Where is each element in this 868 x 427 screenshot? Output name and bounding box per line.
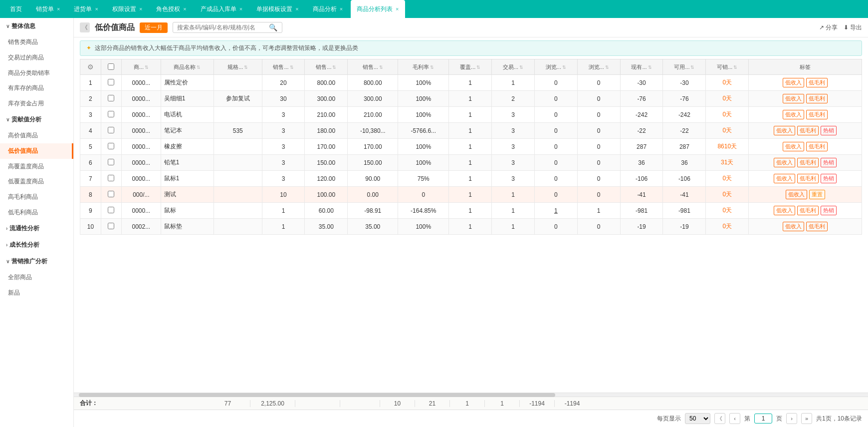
row-checkbox[interactable] [108,95,114,101]
row-checkbox[interactable] [108,175,114,181]
th-trade[interactable]: 交易...⇅ [492,59,535,75]
th-margin[interactable]: 毛利率⇅ [398,59,449,75]
page-size-select[interactable]: 50 100 200 [685,413,710,424]
th-sales-qty[interactable]: 销售...⇅ [262,59,305,75]
td-check[interactable] [101,171,121,187]
th-browse2[interactable]: 浏览...⇅ [577,59,620,75]
sidebar-item-high-value[interactable]: 高价值商品 [0,128,73,143]
td-check[interactable] [101,107,121,123]
sidebar-group-overall[interactable]: ∨ 整体信息 [0,18,73,34]
row-checkbox[interactable] [108,207,114,213]
prev-page-button[interactable]: ‹ [729,413,740,424]
td-check[interactable] [101,219,121,235]
row-checkbox[interactable] [108,111,114,117]
sidebar-item-stocked-products[interactable]: 有库存的商品 [0,80,73,96]
th-avail[interactable]: 可用...⇅ [663,59,706,75]
row-checkbox[interactable] [108,79,114,85]
sidebar-item-high-margin[interactable]: 高毛利商品 [0,189,73,205]
row-checkbox[interactable] [108,191,114,197]
gear-icon[interactable]: ⚙ [87,63,94,71]
td-browse1[interactable]: 0 [534,91,577,107]
horizontal-scrollbar[interactable] [74,393,868,397]
row-checkbox[interactable] [108,223,114,229]
close-icon[interactable]: × [139,6,142,12]
row-checkbox[interactable] [108,159,114,165]
sidebar-item-all-products[interactable]: 全部商品 [0,270,73,285]
nav-product-analysis[interactable]: 商品分析 × [307,0,349,18]
nav-roles[interactable]: 角色授权 × [150,0,192,18]
browse-link[interactable]: 1 [554,207,558,214]
close-icon[interactable]: × [295,6,298,12]
sidebar-item-low-value[interactable]: 低价值商品 [0,143,73,159]
th-tags[interactable]: 标签 [749,59,862,75]
nav-stock-in[interactable]: 产成品入库单 × [195,0,248,18]
last-page-button[interactable]: » [801,413,812,424]
sidebar-item-category-sales-rate[interactable]: 商品分类助销率 [0,65,73,81]
td-check[interactable] [101,155,121,171]
td-check[interactable] [101,91,121,107]
sidebar-item-low-coverage[interactable]: 低覆盖度商品 [0,174,73,189]
th-name[interactable]: 商品名称⇅ [161,59,214,75]
td-check[interactable] [101,187,121,203]
nav-product-analysis-list[interactable]: 商品分析列表 × [351,0,405,18]
export-button[interactable]: ⬇ 导出 [844,23,862,32]
sidebar-group-growth[interactable]: › 成长性分析 [0,237,73,253]
th-coverage[interactable]: 覆盖...⇅ [449,59,492,75]
sidebar-item-traded-products[interactable]: 交易过的商品 [0,50,73,65]
table-container[interactable]: ⚙ 商...⇅ 商品名称⇅ 规格...⇅ 销售...⇅ 销售...⇅ 销售...… [80,59,862,393]
close-icon[interactable]: × [239,6,242,12]
first-page-button[interactable]: 《 [714,413,725,424]
td-check[interactable] [101,203,121,219]
td-check[interactable] [101,139,121,155]
close-icon[interactable]: × [57,6,60,12]
row-checkbox[interactable] [108,143,114,149]
td-check[interactable] [101,123,121,139]
close-icon[interactable]: × [95,6,98,12]
nav-sales[interactable]: 销货单 × [30,0,66,18]
nav-purchase[interactable]: 进货单 × [68,0,104,18]
sidebar-group-marketing[interactable]: ∨ 营销推广分析 [0,253,73,270]
nav-home[interactable]: 首页 [4,0,28,18]
sidebar-group-circulation[interactable]: › 流通性分析 [0,220,73,237]
sidebar-item-sales-products[interactable]: 销售类商品 [0,34,73,50]
th-checkbox[interactable] [101,59,121,75]
th-sales-amount2[interactable]: 销售...⇅ [348,59,398,75]
td-browse1[interactable]: 0 [534,107,577,123]
td-browse1[interactable]: 0 [534,219,577,235]
search-input[interactable] [177,24,267,31]
td-browse1[interactable]: 0 [534,75,577,91]
td-browse1[interactable]: 0 [534,139,577,155]
td-browse1[interactable]: 0 [534,123,577,139]
sidebar-item-high-coverage[interactable]: 高覆盖度商品 [0,159,73,174]
th-stock[interactable]: 现有...⇅ [620,59,663,75]
select-all-checkbox[interactable] [108,63,114,70]
td-browse1[interactable]: 0 [534,155,577,171]
th-gear[interactable]: ⚙ [80,59,101,75]
th-code[interactable]: 商...⇅ [121,59,161,75]
page-number-input[interactable] [754,414,772,424]
sidebar-item-low-margin[interactable]: 低毛利商品 [0,205,73,220]
sidebar-item-inventory-funds[interactable]: 库存资金占用 [0,96,73,111]
next-page-button[interactable]: › [786,413,797,424]
sidebar-item-new-products[interactable]: 新品 [0,285,73,301]
nav-permissions[interactable]: 权限设置 × [106,0,148,18]
nav-template[interactable]: 单据模板设置 × [250,0,304,18]
share-button[interactable]: ↗ 分享 [819,23,838,32]
collapse-button[interactable]: 《 [80,22,90,32]
search-icon[interactable]: 🔍 [269,23,277,31]
td-browse1[interactable]: 0 [534,171,577,187]
th-sales-amount1[interactable]: 销售...⇅ [305,59,348,75]
close-icon[interactable]: × [396,6,399,12]
close-icon[interactable]: × [183,6,186,12]
th-days[interactable]: 可销...⇅ [706,59,749,75]
td-check[interactable] [101,75,121,91]
scroll-thumb[interactable] [79,393,555,397]
th-browse1[interactable]: 浏览...⇅ [534,59,577,75]
row-checkbox[interactable] [108,127,114,133]
sidebar-group-contribution[interactable]: ∨ 贡献值分析 [0,111,73,128]
td-browse1[interactable]: 1 [534,203,577,219]
close-icon[interactable]: × [340,6,343,12]
filter-button[interactable]: 近一月 [140,22,168,33]
th-spec[interactable]: 规格...⇅ [214,59,262,75]
td-browse1[interactable]: 0 [534,187,577,203]
